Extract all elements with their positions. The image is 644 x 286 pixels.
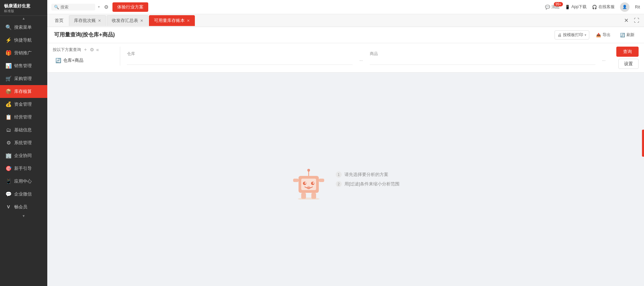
query-btn[interactable]: 查询 (616, 47, 639, 57)
warehouse-more-btn[interactable]: ··· (359, 53, 363, 63)
tab-available-qty-close[interactable]: ✕ (187, 19, 190, 23)
sidebar-item-base-info[interactable]: 🗂 基础信息 (0, 124, 47, 136)
finance-icon: 💰 (5, 101, 11, 107)
close-tab-btn[interactable]: ✕ (622, 17, 630, 24)
tab-available-qty[interactable]: 可用量库存账本 ✕ (149, 15, 195, 26)
sidebar-item-label: 库存核算 (14, 88, 32, 95)
sidebar-item-label: 应用中心 (14, 178, 32, 184)
tab-in-out-label: 收发存汇总表 (112, 18, 138, 24)
sidebar-item-label: 基础信息 (14, 127, 32, 133)
sidebar-item-operations[interactable]: 📋 经营管理 (0, 111, 47, 124)
sidebar-item-label: 企业协同 (14, 153, 32, 159)
sidebar-item-system[interactable]: ⚙ 系统管理 (0, 136, 47, 149)
sidebar-item-vip[interactable]: V 畅会员 (0, 201, 47, 213)
search-box[interactable]: 🔍 (51, 4, 95, 10)
tab-in-out-summary[interactable]: 收发存汇总表 ✕ (107, 15, 148, 26)
add-scheme-btn[interactable]: ＋ (83, 47, 88, 53)
sidebar-item-marketing[interactable]: 🎁 营销推广 (0, 47, 47, 59)
username[interactable]: Rit (635, 5, 640, 9)
scheme-item-warehouse-product[interactable]: 🔄 仓库+商品 (53, 55, 116, 66)
setting-btn[interactable]: 设置 (618, 59, 639, 69)
product-input[interactable] (370, 58, 595, 65)
export-icon: 📤 (596, 33, 601, 37)
svg-point-7 (307, 169, 310, 172)
product-label: 商品 (370, 51, 595, 57)
tabs-actions: ✕ ⛶ (622, 17, 641, 24)
sidebar-item-sales[interactable]: 📊 销售管理 (0, 59, 47, 72)
wechat-icon: 💬 (5, 191, 11, 197)
content-area: 可用量查询(按仓库+商品) 🖨 按模板打印 ▾ 📤 导出 🔄 刷新 (47, 27, 644, 286)
filter-panel: 按以下方案查询 ＋ ⚙ « 🔄 仓库+商品 仓库 ··· 商品 (47, 43, 644, 73)
sidebar-item-search[interactable]: 🔍 搜索菜单 (0, 21, 47, 34)
empty-hint-2: 2 用[过滤]条件来缩小分析范围 (336, 181, 400, 187)
sidebar-logo: 畅康通好生意 标准版 (0, 0, 47, 16)
topbar: 🔍 ▾ ⚙ 体验行业方案 💬 消息 99+ 📱 App下载 🎧 在线客服 👤 (47, 0, 644, 14)
svg-rect-9 (319, 179, 324, 182)
sidebar-item-enterprise-wechat[interactable]: 💬 企业微信 (0, 188, 47, 201)
scheme-icon: 🔄 (55, 58, 61, 63)
avatar[interactable]: 👤 (620, 2, 629, 12)
filter-scheme-header: 按以下方案查询 ＋ ⚙ « (53, 47, 116, 53)
sidebar-item-label: 系统管理 (14, 140, 32, 146)
sidebar-item-new-guide[interactable]: 🎯 新手引导 (0, 162, 47, 175)
search-icon: 🔍 (5, 24, 11, 30)
sidebar-item-inventory[interactable]: 📦 库存核算 (0, 85, 47, 98)
dropdown-arrow[interactable]: ▾ (98, 5, 100, 9)
sidebar-scroll-up[interactable]: ▲ (0, 16, 47, 21)
sales-icon: 📊 (5, 63, 11, 69)
sidebar-item-label: 经营管理 (14, 114, 32, 120)
sidebar-item-enterprise[interactable]: 🏢 企业协同 (0, 149, 47, 162)
sidebar-item-shortcut[interactable]: ⚡ 快捷导航 (0, 34, 47, 47)
tab-in-out-close[interactable]: ✕ (140, 19, 143, 23)
hint-num-1: 1 (336, 172, 342, 178)
svg-rect-8 (293, 179, 299, 182)
filter-scheme-panel: 按以下方案查询 ＋ ⚙ « 🔄 仓库+商品 (53, 47, 120, 66)
shortcut-icon: ⚡ (5, 37, 11, 43)
search-input[interactable] (60, 5, 91, 9)
settings-scheme-btn[interactable]: ⚙ (90, 47, 94, 52)
expand-tab-btn[interactable]: ⛶ (632, 17, 641, 24)
svg-point-5 (313, 182, 314, 184)
filter-actions: 查询 设置 (612, 47, 639, 69)
warehouse-input[interactable] (127, 58, 353, 65)
right-scrollbar[interactable] (642, 130, 644, 157)
svg-point-12 (307, 186, 310, 189)
tab-home-label: 首页 (55, 18, 63, 24)
service-btn[interactable]: 🎧 在线客服 (592, 4, 615, 10)
enterprise-icon: 🏢 (5, 153, 11, 159)
tab-batch-account-close[interactable]: ✕ (98, 19, 101, 23)
hint-text-1: 请先选择要分析的方案 (344, 172, 388, 178)
sidebar-item-finance[interactable]: 💰 资金管理 (0, 98, 47, 111)
app-name: 畅康通好生意 (4, 3, 43, 9)
tab-batch-account-label: 库存批次账 (74, 18, 96, 24)
refresh-btn[interactable]: 🔄 刷新 (617, 31, 637, 39)
export-label: 导出 (602, 32, 611, 38)
main-area: 🔍 ▾ ⚙ 体验行业方案 💬 消息 99+ 📱 App下载 🎧 在线客服 👤 (47, 0, 644, 286)
hint-num-2: 2 (336, 181, 342, 187)
template-print-btn[interactable]: 🖨 按模板打印 ▾ (555, 30, 589, 40)
product-more-btn[interactable]: ··· (602, 53, 606, 63)
sidebar-item-label: 搜索菜单 (14, 24, 32, 30)
collapse-filter-btn[interactable]: « (96, 47, 99, 52)
app-tag: 标准版 (4, 9, 43, 14)
topbar-right: 💬 消息 99+ 📱 App下载 🎧 在线客服 👤 Rit (545, 2, 640, 12)
industry-btn[interactable]: 体验行业方案 (112, 2, 148, 12)
print-icon: 🖨 (558, 33, 562, 37)
app-center-icon: 📱 (5, 178, 11, 184)
sidebar-scroll-down[interactable]: ▼ (0, 213, 47, 218)
refresh-label: 刷新 (626, 32, 635, 38)
app-download-btn[interactable]: 📱 App下载 (565, 4, 587, 10)
tab-available-qty-label: 可用量库存账本 (154, 18, 185, 24)
message-btn[interactable]: 💬 消息 99+ (545, 4, 560, 10)
tab-batch-account[interactable]: 库存批次账 ✕ (69, 15, 106, 26)
inventory-icon: 📦 (5, 88, 11, 95)
sidebar-item-app-center[interactable]: 📱 应用中心 (0, 175, 47, 188)
phone-icon: 📱 (565, 5, 570, 9)
sidebar-item-purchase[interactable]: 🛒 采购管理 (0, 72, 47, 85)
chevron-down-icon: ▾ (585, 33, 586, 37)
gift-icon: 🎁 (5, 50, 11, 56)
gear-icon[interactable]: ⚙ (103, 4, 110, 10)
warehouse-label: 仓库 (127, 51, 353, 57)
export-btn[interactable]: 📤 导出 (593, 31, 613, 39)
tab-home[interactable]: 首页 (50, 15, 68, 26)
